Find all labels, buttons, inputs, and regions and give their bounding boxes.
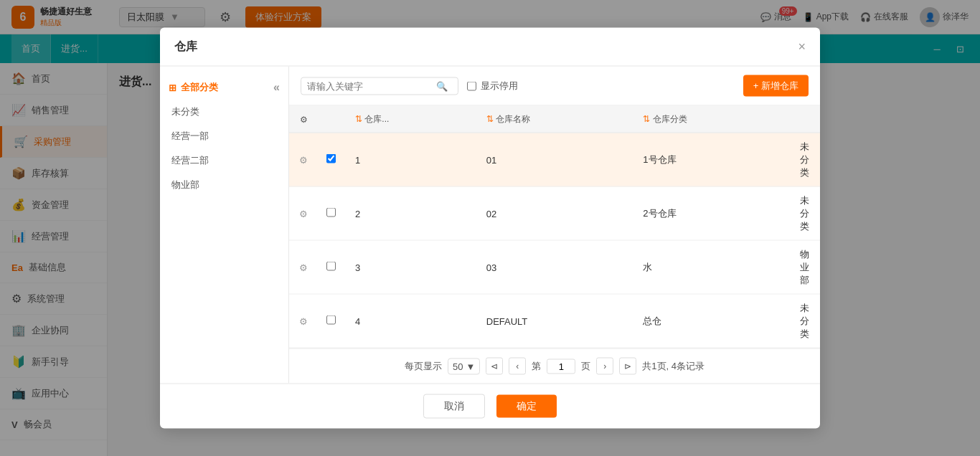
search-input[interactable] [307,80,436,91]
table-row[interactable]: ⚙ 4 DEFAULT 总仓 未分类 [289,294,820,348]
col-actions [791,106,820,133]
row-check [318,186,347,240]
category-panel: ⊞ 全部分类 « 未分类 经营一部 经营二部 物业部 [160,67,289,384]
row-gear: ⚙ [289,240,318,294]
cancel-button[interactable]: 取消 [423,394,485,419]
collapse-icon[interactable]: « [273,81,280,94]
search-wrap: 🔍 [301,77,458,95]
warehouse-list-panel: 🔍 显示停用 + 新增仓库 ⚙ ⇅ 仓库... [289,67,820,384]
total-info: 共1页, 4条记录 [642,360,705,373]
toolbar: 🔍 显示停用 + 新增仓库 [289,67,820,106]
row-gear: ⚙ [289,186,318,240]
grid-icon: ⊞ [169,82,176,92]
row-checkbox[interactable] [326,208,336,217]
first-page-button[interactable]: ⊲ [486,358,503,375]
close-icon[interactable]: × [798,39,806,54]
table-header: ⚙ ⇅ 仓库... ⇅ 仓库名称 ⇅ 仓库分类 [289,106,820,133]
row-checkbox[interactable] [326,262,336,271]
row-name: 1号仓库 [634,133,791,186]
col-code: ⇅ 仓库... [347,106,478,133]
page-number-input[interactable] [547,358,575,374]
add-warehouse-button[interactable]: + 新增仓库 [743,75,809,97]
per-page-label: 每页显示 [405,360,442,373]
row-check [318,240,347,294]
show-disabled-label[interactable]: 显示停用 [467,80,518,92]
row-category: 未分类 [791,133,820,186]
modal-body: ⊞ 全部分类 « 未分类 经营一部 经营二部 物业部 🔍 显示停用 + 新增仓库 [160,67,820,384]
next-page-button[interactable]: › [596,358,613,375]
row-code: DEFAULT [478,294,635,348]
chevron-down-icon: ▼ [466,361,475,371]
table-row[interactable]: ⚙ 2 02 2号仓库 未分类 [289,186,820,240]
row-check [318,294,347,348]
page-suffix: 页 [581,360,590,373]
row-index: 2 [347,186,478,240]
table-row[interactable]: ⚙ 1 01 1号仓库 未分类 [289,133,820,186]
page-label: 第 [532,360,541,373]
col-gear: ⚙ [289,106,318,133]
category-item-ops2[interactable]: 经营二部 [160,148,288,173]
row-category: 物业部 [791,240,820,294]
show-disabled-checkbox[interactable] [467,81,476,90]
col-name: ⇅ 仓库名称 [478,106,635,133]
confirm-button[interactable]: 确定 [496,395,557,418]
last-page-button[interactable]: ⊳ [619,358,636,375]
row-category: 未分类 [791,186,820,240]
category-item-ops1[interactable]: 经营一部 [160,124,288,148]
pagination: 每页显示 50 ▼ ⊲ ‹ 第 页 › ⊳ 共1页, 4条记录 [289,348,820,384]
warehouse-modal: 仓库 × ⊞ 全部分类 « 未分类 经营一部 经营二部 物业部 🔍 [160,28,820,429]
row-index: 3 [347,240,478,294]
category-item-unclassified[interactable]: 未分类 [160,100,288,124]
row-checkbox[interactable] [326,154,336,163]
warehouse-table-wrap: ⚙ ⇅ 仓库... ⇅ 仓库名称 ⇅ 仓库分类 [289,106,820,348]
row-gear: ⚙ [289,133,318,186]
table-row[interactable]: ⚙ 3 03 水 物业部 [289,240,820,294]
modal-title: 仓库 [174,39,197,54]
warehouse-table: ⚙ ⇅ 仓库... ⇅ 仓库名称 ⇅ 仓库分类 [289,106,820,348]
modal-header: 仓库 × [160,28,820,67]
row-category: 未分类 [791,294,820,348]
per-page-select[interactable]: 50 ▼ [448,358,480,374]
sort-icon: ⇅ [355,114,362,124]
row-gear: ⚙ [289,294,318,348]
row-check [318,133,347,186]
col-category: ⇅ 仓库分类 [634,106,791,133]
search-icon[interactable]: 🔍 [436,80,448,91]
sort-icon-cat: ⇅ [643,114,650,124]
row-index: 4 [347,294,478,348]
sort-icon-name: ⇅ [486,114,494,124]
row-code: 03 [478,240,635,294]
col-checkbox [318,106,347,133]
prev-page-button[interactable]: ‹ [509,358,526,375]
category-item-property[interactable]: 物业部 [160,173,288,197]
row-checkbox[interactable] [326,315,336,325]
all-categories-header: ⊞ 全部分类 « [160,75,288,100]
row-name: 2号仓库 [634,186,791,240]
row-index: 1 [347,133,478,186]
row-code: 02 [478,186,635,240]
row-name: 水 [634,240,791,294]
all-categories-label: 全部分类 [181,81,218,94]
modal-footer: 取消 确定 [160,384,820,429]
row-code: 01 [478,133,635,186]
table-body: ⚙ 1 01 1号仓库 未分类 ⚙ 2 02 2号仓库 [289,133,820,348]
row-name: 总仓 [634,294,791,348]
